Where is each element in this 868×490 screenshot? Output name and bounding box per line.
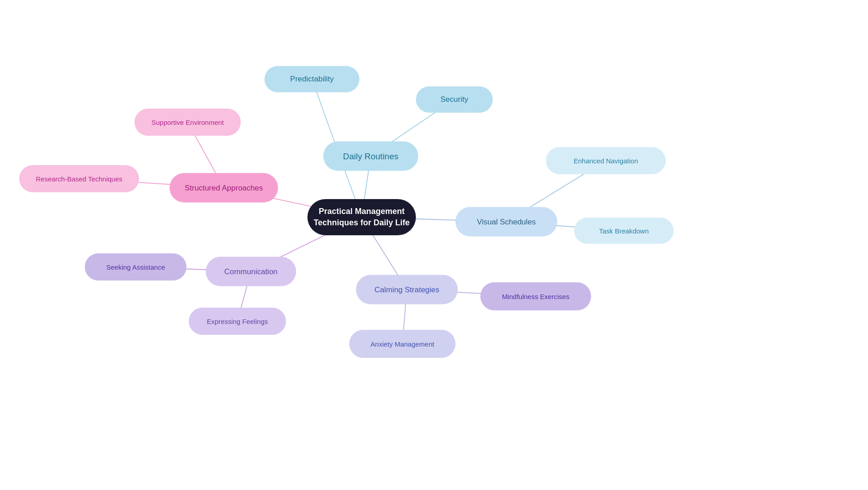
structured-approaches-label: Structured Approaches [185, 183, 263, 192]
structured-approaches-node[interactable]: Structured Approaches [170, 173, 278, 203]
visual-schedules-label: Visual Schedules [477, 217, 536, 226]
security-node[interactable]: Security [416, 86, 493, 113]
connections-svg [0, 0, 868, 490]
center-label: Practical Management Techniques for Dail… [314, 206, 410, 228]
daily-routines-label: Daily Routines [343, 151, 399, 161]
supportive-environment-node[interactable]: Supportive Environment [135, 109, 241, 136]
communication-node[interactable]: Communication [206, 257, 296, 286]
daily-routines-node[interactable]: Daily Routines [323, 142, 418, 171]
mindfulness-exercises-node[interactable]: Mindfulness Exercises [481, 282, 591, 310]
anxiety-management-node[interactable]: Anxiety Management [349, 330, 456, 358]
research-based-techniques-node[interactable]: Research-Based Techniques [19, 165, 139, 192]
mind-map-container: Practical Management Techniques for Dail… [0, 0, 868, 490]
task-breakdown-label: Task Breakdown [599, 227, 649, 235]
enhanced-navigation-label: Enhanced Navigation [574, 157, 638, 165]
research-based-label: Research-Based Techniques [36, 175, 123, 183]
security-label: Security [440, 95, 468, 104]
communication-label: Communication [224, 267, 278, 276]
task-breakdown-node[interactable]: Task Breakdown [574, 218, 674, 244]
calming-strategies-node[interactable]: Calming Strategies [356, 275, 458, 304]
seeking-assistance-label: Seeking Assistance [106, 263, 165, 271]
expressing-feelings-node[interactable]: Expressing Feelings [189, 308, 286, 335]
predictability-node[interactable]: Predictability [264, 66, 359, 92]
expressing-feelings-label: Expressing Feelings [207, 318, 268, 325]
calming-strategies-label: Calming Strategies [374, 285, 439, 294]
supportive-environment-label: Supportive Environment [151, 119, 224, 126]
enhanced-navigation-node[interactable]: Enhanced Navigation [546, 147, 666, 174]
center-node[interactable]: Practical Management Techniques for Dail… [307, 199, 416, 235]
visual-schedules-node[interactable]: Visual Schedules [456, 207, 557, 237]
mindfulness-label: Mindfulness Exercises [502, 293, 569, 300]
anxiety-label: Anxiety Management [371, 340, 434, 348]
seeking-assistance-node[interactable]: Seeking Assistance [85, 253, 187, 281]
predictability-label: Predictability [290, 75, 334, 84]
